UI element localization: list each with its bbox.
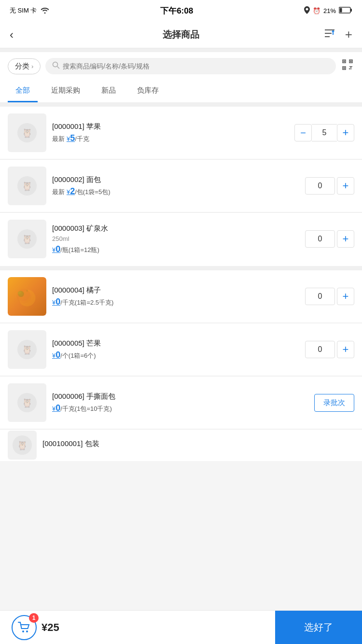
placeholder-icon: 🦉	[15, 121, 39, 145]
product-name-1: [0000001] 苹果	[52, 122, 289, 131]
tab-recent[interactable]: 近期采购	[43, 80, 88, 102]
bottom-spacer	[0, 462, 362, 495]
category-button[interactable]: 分类 ›	[8, 58, 41, 74]
carrier-label: 无 SIM 卡	[10, 6, 37, 15]
status-left: 无 SIM 卡	[10, 6, 49, 15]
confirm-button[interactable]: 选好了	[275, 611, 362, 644]
svg-text:🦉: 🦉	[17, 440, 28, 451]
product-image-3: 🦉	[8, 220, 46, 258]
qty-plus-1[interactable]: +	[337, 124, 354, 141]
orange-image	[8, 277, 46, 316]
price-value-1: 5	[70, 133, 75, 143]
tab-negative[interactable]: 负库存	[129, 80, 167, 102]
product-image-4	[8, 277, 46, 316]
header-divider	[0, 48, 362, 52]
qty-minus-1[interactable]: −	[294, 124, 312, 141]
product-info-6: [0000006] 手撕面包 ¥0/千克(1包=10千克)	[52, 392, 308, 413]
product-list: 🦉 [0000001] 苹果 最新 ¥5/千克 − + 🦉 [0000002] …	[0, 107, 362, 461]
nav-actions: +	[324, 27, 352, 42]
list-item: 🦉 [0000001] 苹果 最新 ¥5/千克 − +	[0, 107, 362, 159]
filter-icon[interactable]	[324, 28, 335, 42]
product-name-7: [000100001] 包装	[42, 439, 354, 448]
svg-text:🦉: 🦉	[22, 128, 33, 139]
product-info-1: [0000001] 苹果 最新 ¥5/千克	[52, 122, 289, 143]
svg-point-8	[53, 62, 58, 67]
svg-rect-15	[344, 68, 345, 69]
status-bar: 无 SIM 卡 下午6:08 ⏰ 21%	[0, 0, 362, 21]
product-info-2: [0000002] 面包 最新 ¥2/包(1袋=5包)	[52, 175, 299, 196]
category-label: 分类	[15, 62, 29, 71]
qty-input-1[interactable]	[312, 124, 337, 141]
product-info-7: [000100001] 包装	[42, 439, 354, 450]
product-price-2: 最新 ¥2/包(1袋=5包)	[52, 186, 299, 196]
svg-text:🦉: 🦉	[22, 181, 33, 192]
tabs-divider	[0, 103, 362, 107]
product-name-5: [0000005] 芒果	[52, 339, 299, 348]
svg-line-9	[57, 67, 60, 69]
qty-input-2[interactable]	[305, 177, 335, 195]
svg-rect-2	[340, 8, 342, 12]
battery-icon	[339, 7, 352, 15]
list-item: [0000004] 橘子 ¥0/千克(1箱=2.5千克) +	[0, 270, 362, 322]
batch-button-6[interactable]: 录批次	[314, 394, 354, 412]
qty-plus-3[interactable]: +	[337, 230, 354, 248]
list-item: 🦉 [0000005] 芒果 ¥0/个(1箱=6个) +	[0, 323, 362, 376]
tab-all[interactable]: 全部	[8, 80, 38, 102]
svg-rect-1	[350, 9, 352, 12]
list-item: 🦉 [0000006] 手撕面包 ¥0/千克(1包=10千克) 录批次	[0, 377, 362, 429]
cart-icon-wrap: 1	[12, 615, 37, 640]
cart-icon	[18, 622, 30, 633]
svg-rect-13	[344, 61, 345, 62]
placeholder-icon: 🦉	[15, 174, 39, 198]
placeholder-icon: 🦉	[10, 433, 34, 457]
svg-text:🦉: 🦉	[22, 345, 33, 355]
product-info-5: [0000005] 芒果 ¥0/个(1箱=6个)	[52, 339, 299, 360]
qty-control-2: +	[305, 177, 354, 195]
product-image-1: 🦉	[8, 113, 46, 152]
page-title: 选择商品	[163, 28, 199, 41]
list-item: 🦉 [0000003] 矿泉水 250ml ¥0/瓶(1箱=12瓶) +	[0, 213, 362, 266]
tabs-bar: 全部 近期采购 新品 负库存	[0, 80, 362, 103]
qty-input-4[interactable]	[305, 288, 335, 305]
placeholder-icon: 🦉	[15, 227, 39, 251]
section-divider	[0, 266, 362, 270]
qty-plus-2[interactable]: +	[337, 177, 354, 195]
add-button[interactable]: +	[345, 27, 352, 42]
filter-bar: 分类 ›	[0, 52, 362, 80]
svg-text:🦉: 🦉	[22, 234, 33, 245]
product-price-6: ¥0/千克(1包=10千克)	[52, 403, 308, 413]
qty-input-5[interactable]	[305, 341, 335, 358]
qty-control-3: +	[305, 230, 354, 248]
product-name-4: [0000004] 橘子	[52, 286, 299, 295]
product-image-7: 🦉	[8, 431, 37, 460]
product-name-3: [0000003] 矿泉水	[52, 224, 299, 233]
product-image-5: 🦉	[8, 330, 46, 369]
scan-icon[interactable]	[341, 58, 354, 74]
product-info-4: [0000004] 橘子 ¥0/千克(1箱=2.5千克)	[52, 286, 299, 307]
status-right: ⏰ 21%	[304, 6, 352, 15]
cart-area: 1 ¥25	[0, 615, 275, 640]
product-info-3: [0000003] 矿泉水 250ml ¥0/瓶(1箱=12瓶)	[52, 224, 299, 254]
product-spec-3: 250ml	[52, 235, 299, 242]
qty-control-1: − +	[294, 124, 354, 141]
tab-new[interactable]: 新品	[94, 80, 124, 102]
bottom-bar: 1 ¥25 选好了	[0, 610, 362, 644]
svg-rect-14	[350, 61, 352, 62]
qty-input-3[interactable]	[305, 230, 335, 248]
product-image-2: 🦉	[8, 167, 46, 205]
qty-plus-4[interactable]: +	[337, 288, 354, 305]
qty-control-5: +	[305, 341, 354, 358]
product-price-4: ¥0/千克(1箱=2.5千克)	[52, 297, 299, 307]
price-unit-1: /千克	[75, 135, 89, 142]
battery-label: 21%	[323, 7, 336, 14]
qty-plus-5[interactable]: +	[337, 341, 354, 358]
search-icon	[52, 61, 60, 71]
product-name-2: [0000002] 面包	[52, 175, 299, 184]
placeholder-icon: 🦉	[15, 391, 39, 415]
search-input[interactable]	[63, 62, 329, 70]
back-button[interactable]: ‹	[10, 26, 17, 43]
placeholder-icon: 🦉	[15, 337, 39, 362]
search-box	[45, 58, 336, 74]
location-icon	[304, 6, 310, 15]
list-item: 🦉 [000100001] 包装	[0, 430, 362, 461]
